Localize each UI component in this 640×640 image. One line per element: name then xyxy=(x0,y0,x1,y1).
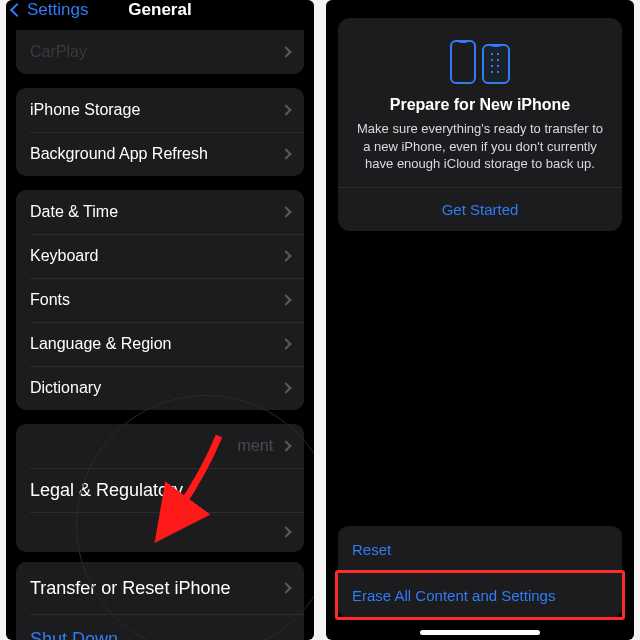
bottom-group: Reset Erase All Content and Settings xyxy=(338,526,622,618)
chevron-right-icon xyxy=(280,338,291,349)
label: Legal & Regulatory xyxy=(30,480,183,501)
row-language-region[interactable]: Language & Region xyxy=(16,322,304,366)
chevron-right-icon xyxy=(280,294,291,305)
row-keyboard[interactable]: Keyboard xyxy=(16,234,304,278)
right-screenshot: Prepare for New iPhone Make sure everyth… xyxy=(326,0,634,640)
row-reset[interactable]: Reset xyxy=(338,526,622,572)
row-dictionary[interactable]: Dictionary xyxy=(16,366,304,410)
row-blank[interactable] xyxy=(16,512,304,552)
label: Reset xyxy=(352,541,391,558)
row-legal[interactable]: Legal & Regulatory xyxy=(16,468,304,512)
two-iphones-icon xyxy=(352,36,608,84)
label: iPhone Storage xyxy=(30,101,140,119)
card-body: Make sure everything's ready to transfer… xyxy=(352,120,608,173)
label: Fonts xyxy=(30,291,70,309)
label: Transfer or Reset iPhone xyxy=(30,578,230,599)
chevron-right-icon xyxy=(280,104,291,115)
row-date-time[interactable]: Date & Time xyxy=(16,190,304,234)
row-transfer-reset[interactable]: Transfer or Reset iPhone xyxy=(16,562,304,614)
iphone-outline-icon xyxy=(450,40,476,84)
group-locale: Date & Time Keyboard Fonts Language & Re… xyxy=(16,190,304,410)
chevron-right-icon xyxy=(280,148,291,159)
row-erase-all[interactable]: Erase All Content and Settings xyxy=(338,572,622,618)
row-fragment[interactable]: ment xyxy=(16,424,304,468)
iphone-grid-icon xyxy=(482,44,510,84)
label: Erase All Content and Settings xyxy=(352,587,555,604)
group-carplay: CarPlay xyxy=(16,30,304,74)
label: Shut Down xyxy=(30,629,118,641)
row-shut-down[interactable]: Shut Down xyxy=(16,614,304,640)
card-title: Prepare for New iPhone xyxy=(352,96,608,114)
label: Background App Refresh xyxy=(30,145,208,163)
nav-title: General xyxy=(6,0,314,20)
chevron-right-icon xyxy=(280,440,291,451)
group-storage: iPhone Storage Background App Refresh xyxy=(16,88,304,176)
group-legal: ment Legal & Regulatory xyxy=(16,424,304,552)
group-transfer: Transfer or Reset iPhone Shut Down xyxy=(16,562,304,640)
prepare-card: Prepare for New iPhone Make sure everyth… xyxy=(338,18,622,231)
label: Keyboard xyxy=(30,247,99,265)
row-iphone-storage[interactable]: iPhone Storage xyxy=(16,88,304,132)
label: CarPlay xyxy=(30,43,87,61)
chevron-right-icon xyxy=(280,206,291,217)
label: Date & Time xyxy=(30,203,118,221)
row-background-refresh[interactable]: Background App Refresh xyxy=(16,132,304,176)
row-carplay[interactable]: CarPlay xyxy=(16,30,304,74)
left-screenshot: Settings General CarPlay iPhone Storage … xyxy=(6,0,314,640)
chevron-right-icon xyxy=(280,250,291,261)
label: Dictionary xyxy=(30,379,101,397)
row-fonts[interactable]: Fonts xyxy=(16,278,304,322)
chevron-right-icon xyxy=(280,582,291,593)
chevron-right-icon xyxy=(280,526,291,537)
chevron-right-icon xyxy=(280,46,291,57)
chevron-right-icon xyxy=(280,382,291,393)
screenshot-stage: { "left": { "nav": { "back": "Settings",… xyxy=(0,0,640,640)
nav-bar: Settings General xyxy=(6,0,314,30)
get-started-button[interactable]: Get Started xyxy=(352,188,608,231)
label-fragment: ment xyxy=(238,437,274,455)
home-indicator[interactable] xyxy=(420,630,540,635)
label: Language & Region xyxy=(30,335,171,353)
